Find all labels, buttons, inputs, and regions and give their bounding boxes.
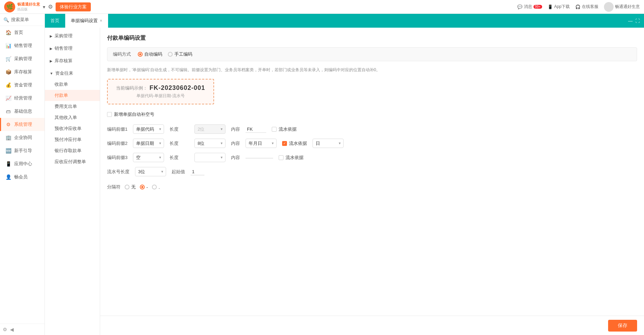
logo-area: 🌿 畅通通好生意括品版 <box>4 1 40 12</box>
member-icon: 👤 <box>5 174 11 180</box>
prefix2-unit-wrapper: 日 月 年 <box>313 139 344 148</box>
sub-menu-item-bank-deposit[interactable]: 银行存取款单 <box>45 145 100 156</box>
sub-menu-header-purchase[interactable]: ▶ 采购管理 <box>45 30 100 41</box>
form-rows: 编码前缀1 单据代码 长度 2位 <box>107 124 637 190</box>
sub-menu-item-ar-ap-adjust[interactable]: 应收应付调整单 <box>45 156 100 167</box>
sidebar-item-enterprise[interactable]: 🏢 企业协同 <box>0 131 45 144</box>
sidebar-item-newguide[interactable]: 🆕 新手引导 <box>0 144 45 157</box>
sidebar-item-label: 销售管理 <box>14 43 32 49</box>
sidebar-search[interactable]: 🔍 搜索菜单 <box>0 14 45 26</box>
user-menu[interactable]: 畅通通好生意 <box>604 2 640 12</box>
prefix2-content-select[interactable]: 年月日 <box>246 139 277 148</box>
prefix1-select[interactable]: 单据代码 <box>133 124 164 134</box>
operations-icon: 📈 <box>5 95 11 101</box>
topbar-left: 🌿 畅通通好生意括品版 面包屑 ▾ ⚙ 体验行业方案 <box>4 1 515 12</box>
sidebar-item-label: 应用中心 <box>14 161 32 167</box>
sep-dash-radio[interactable]: - <box>140 185 148 190</box>
prefix2-content-select-wrapper: 年月日 <box>246 139 277 148</box>
message-btn[interactable]: 💬 消息 99+ <box>517 4 542 10</box>
app-download-btn[interactable]: 📱 App下载 <box>548 4 570 10</box>
headset-icon: 🎧 <box>575 4 580 9</box>
prefix2-content-label: 内容 <box>231 140 240 147</box>
sub-menu-group-capital: ▼ 资金往来 收款单 付款单 费用支出单 其他收入单 预收冲应收单 预付冲应付单… <box>45 68 100 167</box>
example-label: 当前编码示例： <box>116 85 147 91</box>
sidebar-item-operations[interactable]: 📈 经营管理 <box>0 92 45 105</box>
tab-home[interactable]: 首页 <box>45 14 65 28</box>
sidebar-item-finance[interactable]: 💰 资金管理 <box>0 78 45 92</box>
sub-menu-header-sales[interactable]: ▶ 销售管理 <box>45 43 100 54</box>
prefix2-length-label: 长度 <box>170 140 189 147</box>
sidebar-item-label: 库存核算 <box>14 69 32 75</box>
prefix3-serial-label: 流水依据 <box>286 155 304 161</box>
sep-dot-radio[interactable]: . <box>152 185 160 190</box>
sub-menu-item-prepay-payable[interactable]: 预付冲应付单 <box>45 134 100 145</box>
user-name: 畅通通好生意 <box>615 4 640 10</box>
trial-btn[interactable]: 体验行业方案 <box>56 2 91 11</box>
prefix3-length-wrapper <box>194 153 225 162</box>
serial-length-select[interactable]: 3位 4位 5位 6位 <box>135 167 166 176</box>
brand-name: 畅通通好生意括品版 <box>17 2 40 11</box>
prefix2-length-select[interactable]: 8位 <box>194 139 225 148</box>
sidebar-item-sales[interactable]: 📊 销售管理 <box>0 39 45 52</box>
newguide-icon: 🆕 <box>5 148 11 154</box>
page-body: 付款单编码设置 编码方式 自动编码 手工编码 <box>100 28 644 316</box>
sidebar-item-purchase[interactable]: 🛒 采购管理 <box>0 52 45 65</box>
sidebar-item-member[interactable]: 👤 畅会员 <box>0 170 45 184</box>
settings-bottom-icon[interactable]: ⚙ <box>3 327 7 332</box>
sidebar-item-label: 企业协同 <box>14 134 32 141</box>
minimize-icon[interactable]: — <box>628 18 633 24</box>
sub-menu-item-prepay-receivable[interactable]: 预收冲应收单 <box>45 123 100 134</box>
prefix3-serial-check[interactable]: 流水依据 <box>279 155 304 161</box>
example-code: FK-20230602-001 <box>150 84 205 92</box>
sub-menu-purchase-label: 采购管理 <box>55 33 73 39</box>
prefix1-content-value: FK <box>246 126 266 133</box>
save-button[interactable]: 保存 <box>608 320 637 332</box>
sidebar-item-home[interactable]: 🏠 首页 <box>0 26 45 39</box>
nav-down-icon[interactable]: ▾ <box>43 4 45 10</box>
service-btn[interactable]: 🎧 在线客服 <box>575 4 598 10</box>
sub-menu-item-other-income[interactable]: 其他收入单 <box>45 112 100 123</box>
app-label: App下载 <box>554 4 570 10</box>
auto-fill-label: 新增单据自动补空号 <box>114 111 154 118</box>
manual-encode-radio[interactable]: 手工编码 <box>168 51 192 57</box>
separator-row: 分隔符 无 - <box>107 184 637 190</box>
prefix2-unit-select[interactable]: 日 月 年 <box>313 139 344 148</box>
auto-fill-cb-box <box>107 112 112 117</box>
prefix3-select[interactable]: 空 <box>133 153 164 162</box>
sub-menu-item-receipt[interactable]: 收款单 <box>45 79 100 90</box>
sub-menu-sales-label: 销售管理 <box>55 45 73 52</box>
inventory-icon: 📦 <box>5 69 11 75</box>
finance-icon: 💰 <box>5 82 11 88</box>
prefix1-serial-check[interactable]: 流水依据 <box>272 126 297 132</box>
auto-fill-checkbox[interactable]: 新增单据自动补空号 <box>107 111 154 118</box>
sidebar-item-apps[interactable]: 📱 应用中心 <box>0 157 45 170</box>
chevron-icon: ▶ <box>50 47 52 50</box>
sidebar-item-inventory[interactable]: 📦 库存核算 <box>0 65 45 78</box>
sub-menu-item-payment[interactable]: 付款单 <box>45 90 100 101</box>
sub-menu-header-capital[interactable]: ▼ 资金往来 <box>45 68 100 79</box>
topbar-right: 💬 消息 99+ 📱 App下载 🎧 在线客服 畅通通好生意 <box>517 2 640 12</box>
sidebar-item-label: 采购管理 <box>14 56 32 62</box>
sub-menu-header-inventory[interactable]: ▶ 库存核算 <box>45 55 100 66</box>
sep-dot-dot <box>152 185 157 189</box>
prefix1-serial-label: 流水依据 <box>279 126 297 132</box>
tab-close-icon[interactable]: × <box>100 18 102 23</box>
maximize-icon[interactable]: ⛶ <box>635 18 640 24</box>
manual-encode-dot <box>168 52 173 57</box>
gear-icon[interactable]: ⚙ <box>48 3 53 10</box>
logo-icon: 🌿 <box>4 1 15 12</box>
prefix3-length-label: 长度 <box>170 155 189 161</box>
sub-menu-item-expense[interactable]: 费用支出单 <box>45 101 100 112</box>
sidebar-menu: 🏠 首页 📊 销售管理 🛒 采购管理 📦 库存核算 💰 资金管理 📈 经 <box>0 26 45 324</box>
sep-none-radio[interactable]: 无 <box>125 184 136 190</box>
sidebar-item-system[interactable]: ⚙ 系统管理 <box>0 118 45 131</box>
sep-options: 无 - . <box>125 184 160 190</box>
auto-encode-radio[interactable]: 自动编码 <box>138 51 162 57</box>
prefix3-length-select[interactable] <box>194 153 225 162</box>
sidebar-item-basic[interactable]: 🗃 基础信息 <box>0 105 45 118</box>
prefix2-select[interactable]: 单据日期 <box>133 139 164 148</box>
prefix2-serial-check[interactable]: ✓ 流水依据 <box>282 140 307 147</box>
tab-serial-settings[interactable]: 单据编码设置 × <box>65 14 108 28</box>
serial-length-wrapper: 3位 4位 5位 6位 <box>135 167 166 176</box>
collapse-icon[interactable]: ◀ <box>10 327 14 332</box>
